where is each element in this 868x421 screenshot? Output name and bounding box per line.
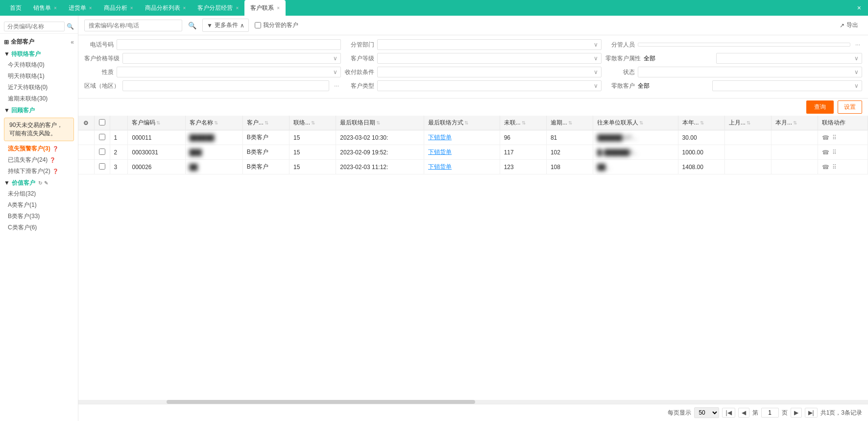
sidebar-item-class-a[interactable]: A类客户(1) [0, 199, 78, 211]
zero-attr-select[interactable]: ∨ [716, 53, 862, 64]
th-this-month[interactable]: 本月...⇅ [772, 116, 818, 130]
prev-page-btn[interactable]: ◀ [738, 408, 749, 418]
tab-close-sales[interactable]: × [54, 5, 57, 11]
setting-button[interactable]: 设置 [838, 100, 862, 114]
region-input[interactable] [122, 80, 329, 91]
sidebar-item-churn-warning[interactable]: 流失预警客户(3) ❓ [0, 143, 78, 154]
tab-close-analysis[interactable]: × [130, 5, 133, 11]
person-select[interactable] [638, 43, 850, 47]
my-customers-checkbox-label[interactable]: 我分管的客户 [255, 21, 298, 29]
sidebar-item-overdue-contact[interactable]: 逾期未联络(30) [0, 93, 78, 104]
filter-row-2: 客户价格等级 ∨ 客户等级 ∨ 零散客户属性 全部 ∨ [84, 53, 862, 64]
tab-purchase[interactable]: 进货单 × [63, 0, 98, 16]
group-review-customers[interactable]: ▼ 回顾客户 [0, 104, 78, 116]
cell-last-way[interactable]: 下销货单 [424, 130, 500, 145]
tab-analysis[interactable]: 商品分析 × [98, 0, 139, 16]
sidebar-search-input[interactable] [4, 22, 65, 31]
region-more-icon[interactable]: ··· [332, 82, 341, 89]
cell-action[interactable]: ☎ ⠿ [818, 130, 868, 145]
all-customers-title[interactable]: ⊞ 全部客户 « [0, 36, 78, 48]
sidebar-item-declining[interactable]: 持续下滑客户(2) ❓ [0, 166, 78, 177]
more-icon[interactable]: ⠿ [832, 149, 837, 156]
collapse-icon[interactable]: « [71, 39, 74, 46]
more-conditions-btn[interactable]: ▼ 更多条件 ∧ [202, 19, 249, 32]
th-check[interactable] [94, 116, 110, 130]
group-pending-contact[interactable]: ▼ 待联络客户 [0, 48, 78, 59]
contact-icon[interactable]: ☎ [822, 149, 829, 156]
zero-customer-select[interactable]: ∨ [712, 80, 862, 91]
price-level-select[interactable]: ∨ [122, 53, 341, 64]
tab-sales[interactable]: 销售单 × [27, 0, 63, 16]
th-last-month[interactable]: 上月...⇅ [724, 116, 771, 130]
cell-last-way[interactable]: 下销货单 [424, 145, 500, 160]
th-type[interactable]: 客户...⇅ [242, 116, 289, 130]
cell-action[interactable]: ☎ ⠿ [818, 145, 868, 160]
cell-check[interactable] [94, 130, 110, 145]
edit-icon[interactable]: ✎ [44, 180, 48, 186]
tab-close-purchase[interactable]: × [89, 5, 92, 11]
per-page-select[interactable]: 50 100 [694, 407, 719, 418]
window-close-btn[interactable]: × [854, 3, 864, 13]
th-setting[interactable]: ⚙ [78, 116, 94, 130]
tab-customer-contact[interactable]: 客户联系 × [244, 0, 286, 16]
tab-close-analysis-list[interactable]: × [183, 5, 186, 11]
person-more-icon[interactable]: ··· [853, 41, 862, 48]
select-all-checkbox[interactable] [99, 119, 105, 125]
more-icon[interactable]: ⠿ [832, 134, 837, 141]
sidebar-item-class-c[interactable]: C类客户(6) [0, 222, 78, 233]
th-code[interactable]: 客户编码⇅ [128, 116, 185, 130]
sidebar-item-week-contact[interactable]: 近7天待联络(0) [0, 82, 78, 93]
row-checkbox-1[interactable] [99, 149, 105, 155]
cell-check[interactable] [94, 145, 110, 160]
th-last-date[interactable]: 最后联络日期⇅ [336, 116, 424, 130]
contact-icon[interactable]: ☎ [822, 164, 829, 171]
contact-icon[interactable]: ☎ [822, 134, 829, 141]
customer-type-select[interactable]: ∨ [377, 80, 602, 91]
cell-check[interactable] [94, 160, 110, 174]
th-name[interactable]: 客户名称⇅ [185, 116, 242, 130]
sidebar-search-icon[interactable]: 🔍 [67, 23, 74, 30]
dept-select[interactable]: ∨ [377, 39, 602, 50]
th-this-year[interactable]: 本年...⇅ [678, 116, 724, 130]
tab-close-customer-layer[interactable]: × [236, 5, 239, 11]
sidebar-item-class-b[interactable]: B类客户(33) [0, 211, 78, 222]
nature-select[interactable]: ∨ [117, 67, 341, 77]
scrollbar-thumb[interactable] [167, 400, 475, 404]
status-select[interactable]: ∨ [638, 67, 862, 77]
tab-analysis-list[interactable]: 商品分析列表 × [139, 0, 192, 16]
level-select[interactable]: ∨ [377, 53, 602, 64]
payment-select[interactable]: ∨ [377, 67, 602, 77]
horizontal-scrollbar[interactable] [78, 400, 868, 404]
page-number-input[interactable] [761, 408, 779, 418]
cell-name: ██ [185, 160, 242, 174]
row-checkbox-0[interactable] [99, 134, 105, 140]
sidebar-item-churned[interactable]: 已流失客户(24) ❓ [0, 154, 78, 166]
th-contact[interactable]: 联络...⇅ [289, 116, 336, 130]
phone-input[interactable] [117, 39, 341, 50]
sidebar-item-ungrouped[interactable]: 未分组(32) [0, 188, 78, 199]
cell-last-way[interactable]: 下销货单 [424, 160, 500, 174]
export-btn[interactable]: ↗ 导出 [836, 19, 862, 31]
cell-action[interactable]: ☎ ⠿ [818, 160, 868, 174]
more-icon[interactable]: ⠿ [832, 164, 837, 171]
refresh-icon[interactable]: ↻ [38, 180, 42, 186]
next-page-btn[interactable]: ▶ [791, 408, 802, 418]
sidebar-item-today-contact[interactable]: 今天待联络(0) [0, 59, 78, 71]
th-uncontacted[interactable]: 未联...⇅ [500, 116, 546, 130]
tab-home[interactable]: 首页 [4, 0, 27, 16]
th-overdue[interactable]: 逾期...⇅ [546, 116, 593, 130]
tab-customer-layer[interactable]: 客户分层经营 × [192, 0, 244, 16]
search-icon[interactable]: 🔍 [188, 22, 196, 29]
customer-type-label: 客户类型 [345, 82, 374, 90]
sidebar-item-tomorrow-contact[interactable]: 明天待联络(1) [0, 71, 78, 82]
group-value-customers[interactable]: ▼ 价值客户 ↻ ✎ [0, 177, 78, 188]
my-customers-checkbox[interactable] [255, 22, 261, 28]
search-input[interactable] [84, 20, 182, 31]
tab-close-customer-contact[interactable]: × [277, 5, 280, 11]
query-button[interactable]: 查询 [806, 100, 834, 114]
last-page-btn[interactable]: ▶| [805, 408, 818, 418]
th-unit-contact[interactable]: 往来单位联系人⇅ [593, 116, 678, 130]
first-page-btn[interactable]: |◀ [722, 408, 735, 418]
th-last-way[interactable]: 最后联络方式⇅ [424, 116, 500, 130]
row-checkbox-2[interactable] [99, 163, 105, 170]
